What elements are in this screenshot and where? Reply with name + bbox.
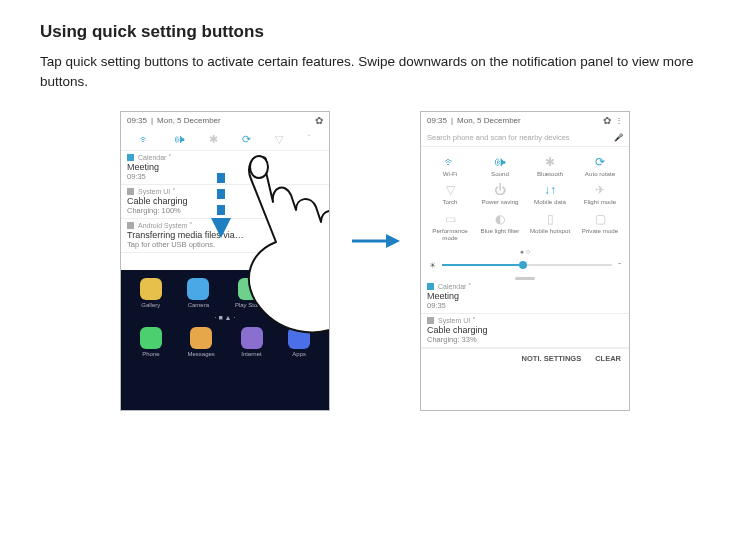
search-bar[interactable]: Search phone and scan for nearby devices…: [421, 129, 629, 147]
mic-icon[interactable]: 🎤: [614, 133, 623, 142]
torch-icon[interactable]: ▽: [275, 133, 283, 146]
qs-sound[interactable]: 🕪 Sound: [475, 155, 525, 178]
qs-hotspot[interactable]: ▯ Mobile hotspot: [525, 212, 575, 242]
status-date: Mon, 5 December: [457, 116, 521, 125]
expand-icon[interactable]: ˇ: [307, 133, 311, 146]
app-phone[interactable]: Phone: [140, 327, 162, 357]
home-screen: Gallery Camera Play Store Google · ■ ▲ ·…: [121, 270, 329, 410]
notification[interactable]: System UI ˅ Cable chargingCharging: 100%: [121, 185, 329, 219]
notification[interactable]: Calendar ˅ Meeting09:35: [121, 151, 329, 185]
qs-power[interactable]: ⏻ Power saving: [475, 183, 525, 206]
app-google[interactable]: Google: [288, 278, 310, 308]
qs-torch[interactable]: ▽ Torch: [425, 183, 475, 206]
gear-icon[interactable]: ✿: [603, 115, 611, 126]
status-date: Mon, 5 December: [157, 116, 221, 125]
qs-data[interactable]: ↓↑ Mobile data: [525, 183, 575, 206]
chevron-down-icon[interactable]: ˇ: [618, 261, 621, 270]
figure-row: 09:35 | Mon, 5 December ✿ ᯤ 🕪 ✱ ⟳ ▽ ˇ Ca…: [40, 111, 710, 411]
transition-arrow-icon: [350, 231, 400, 251]
quick-settings-row: ᯤ 🕪 ✱ ⟳ ▽ ˇ: [121, 129, 329, 151]
app-play-store[interactable]: Play Store: [235, 278, 263, 308]
phone-before: 09:35 | Mon, 5 December ✿ ᯤ 🕪 ✱ ⟳ ▽ ˇ Ca…: [120, 111, 330, 411]
noti-settings-button[interactable]: NOTI. SETTING: [121, 253, 329, 271]
gear-icon[interactable]: ✿: [315, 115, 323, 126]
svg-marker-4: [386, 234, 400, 248]
notification[interactable]: System UI ˅ Cable chargingCharging: 33%: [421, 314, 629, 348]
noti-settings-button[interactable]: NOTI. SETTINGS: [522, 354, 582, 363]
app-camera[interactable]: Camera: [187, 278, 209, 308]
status-time: 09:35: [127, 116, 147, 125]
brightness-slider[interactable]: ☀ ˇ: [421, 257, 629, 274]
status-bar: 09:35 | Mon, 5 December ✿ ⋮: [421, 112, 629, 129]
app-apps[interactable]: Apps: [288, 327, 310, 357]
page-heading: Using quick setting buttons: [40, 22, 710, 42]
clear-button[interactable]: CLEAR: [595, 354, 621, 363]
app-gallery[interactable]: Gallery: [140, 278, 162, 308]
status-bar: 09:35 | Mon, 5 December ✿: [121, 112, 329, 129]
brightness-icon: ☀: [429, 261, 436, 270]
app-internet[interactable]: Internet: [241, 327, 263, 357]
more-icon[interactable]: ⋮: [615, 116, 623, 125]
qs-bt[interactable]: ✱ Bluetooth: [525, 155, 575, 178]
search-placeholder: Search phone and scan for nearby devices: [427, 133, 570, 142]
qs-rotate[interactable]: ⟳ Auto rotate: [575, 155, 625, 178]
phone-after: 09:35 | Mon, 5 December ✿ ⋮ Search phone…: [420, 111, 630, 411]
intro-text: Tap quick setting buttons to activate ce…: [40, 52, 710, 93]
sound-icon[interactable]: 🕪: [174, 133, 185, 146]
qs-blue[interactable]: ◐ Blue light filter: [475, 212, 525, 242]
qs-perf[interactable]: ▭ Performance mode: [425, 212, 475, 242]
bluetooth-icon[interactable]: ✱: [209, 133, 218, 146]
rotate-icon[interactable]: ⟳: [242, 133, 251, 146]
notification[interactable]: Calendar ˅ Meeting09:35: [421, 280, 629, 314]
quick-settings-grid: ᯤ Wi-Fi 🕪 Sound ✱ Bluetooth ⟳ Auto rotat…: [421, 147, 629, 246]
qs-private[interactable]: ▢ Private mode: [575, 212, 625, 242]
notification[interactable]: Android System ˅ Transferring media file…: [121, 219, 329, 253]
page-indicator: · ■ ▲ ·: [127, 314, 323, 321]
app-messages[interactable]: Messages: [187, 327, 214, 357]
qs-wifi[interactable]: ᯤ Wi-Fi: [425, 155, 475, 178]
wifi-icon[interactable]: ᯤ: [139, 133, 150, 146]
qs-pager: ● ○: [421, 246, 629, 257]
qs-flight[interactable]: ✈ Flight mode: [575, 183, 625, 206]
status-time: 09:35: [427, 116, 447, 125]
